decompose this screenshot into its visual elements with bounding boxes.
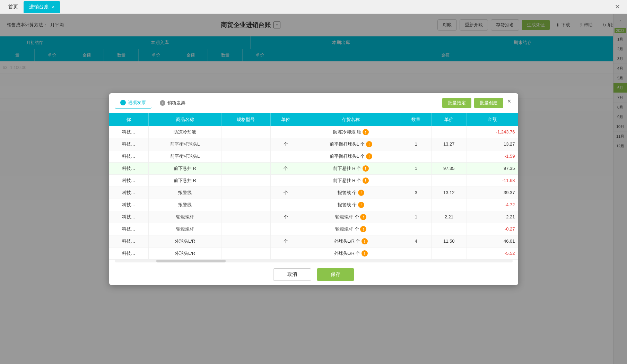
- col-header-4: 单位: [270, 113, 301, 126]
- jinxiang-tab-icon: ↑: [120, 100, 126, 105]
- modal-tab-jinxiang[interactable]: ↑ 进项发票: [115, 97, 151, 109]
- window-close-button[interactable]: ✕: [611, 3, 624, 11]
- table-row: 科技…轮毂螺杆个轮毂螺杆 个 !12.212.21: [109, 211, 518, 223]
- tab-ledger[interactable]: 进销台账 ×: [24, 1, 60, 13]
- warning-icon: !: [363, 129, 369, 135]
- modal-close-button[interactable]: ×: [506, 98, 513, 108]
- col-header-3: 规格型号: [221, 113, 271, 126]
- col-header-6: 数量: [401, 113, 431, 126]
- tab-bar: 首页 进销台账 × ✕: [0, 0, 627, 14]
- xiaoxiang-tab-icon: ↓: [160, 100, 165, 106]
- warning-icon: !: [362, 250, 368, 257]
- warning-icon: !: [363, 177, 369, 184]
- table-row: 科技…外球头L/R个外球头L/R 个 !411.5046.01: [109, 235, 518, 247]
- col-header-5: 存货名称: [301, 113, 401, 126]
- horizontal-scrollbar[interactable]: [115, 260, 513, 262]
- tab-home[interactable]: 首页: [3, 1, 24, 13]
- table-row: 科技…轮毂螺杆轮毂螺杆 个 !-0.27: [109, 223, 518, 235]
- table-row: 科技…外球头L/R外球头L/R 个 !-5.52: [109, 247, 518, 259]
- modal-footer: 取消 保存: [109, 264, 518, 285]
- table-row: 科技…前下悬挂 R个前下悬挂 R 个 !197.3597.35: [109, 162, 518, 174]
- warning-icon: !: [363, 165, 369, 172]
- warning-icon: !: [360, 214, 366, 220]
- table-row: 科技…前平衡杆球头L前平衡杆球头L 个 !-1.59: [109, 150, 518, 162]
- col-header-2: 商品名称: [149, 113, 221, 126]
- scrollbar-thumb[interactable]: [156, 260, 226, 262]
- table-row: 科技…防冻冷却液防冻冷却液 瓶 !-1,243.76: [109, 126, 518, 138]
- warning-icon: !: [366, 141, 372, 147]
- col-header-8: 金额: [467, 113, 518, 126]
- modal-actions: 批量指定 批量创建 ×: [442, 98, 513, 108]
- modal-table: 你 商品名称 规格型号 单位 存货名称 数量 单价 金额 科技…防冻冷却液防冻冷…: [109, 113, 518, 264]
- cancel-button[interactable]: 取消: [273, 268, 311, 281]
- main-area: 销售成本计算方法： 月平均 商贸企业进销台账 ≡ 对账 重新开账 存货别名 生成…: [0, 14, 627, 364]
- col-header-1: 你: [109, 113, 149, 126]
- save-button[interactable]: 保存: [317, 268, 354, 281]
- table-row: 科技…前下悬挂 R前下悬挂 R 个 !-11.68: [109, 174, 518, 187]
- col-header-7: 单价: [431, 113, 467, 126]
- table-row: 科技…报警线个报警线 个 !313.1239.37: [109, 187, 518, 199]
- warning-icon: !: [360, 226, 366, 232]
- warning-icon: !: [362, 238, 368, 244]
- batch-designate-button[interactable]: 批量指定: [442, 98, 471, 108]
- warning-icon: !: [358, 190, 364, 196]
- modal-header: ↑ 进项发票 ↓ 销项发票 批量指定 批量创建 ×: [109, 93, 518, 113]
- warning-icon: !: [358, 202, 364, 208]
- modal-dialog: ↑ 进项发票 ↓ 销项发票 批量指定 批量创建 ×: [109, 93, 518, 285]
- tab-close-icon[interactable]: ×: [52, 5, 54, 9]
- table-row: 科技…前平衡杆球头L个前平衡杆球头L 个 !113.2713.27: [109, 138, 518, 150]
- batch-create-button[interactable]: 批量创建: [474, 98, 503, 108]
- table-row: 科技…报警线报警线 个 !-4.72: [109, 199, 518, 211]
- modal-tab-xiaoxiang[interactable]: ↓ 销项发票: [154, 98, 191, 108]
- warning-icon: !: [366, 153, 372, 159]
- modal-overlay: ↑ 进项发票 ↓ 销项发票 批量指定 批量创建 ×: [0, 14, 627, 364]
